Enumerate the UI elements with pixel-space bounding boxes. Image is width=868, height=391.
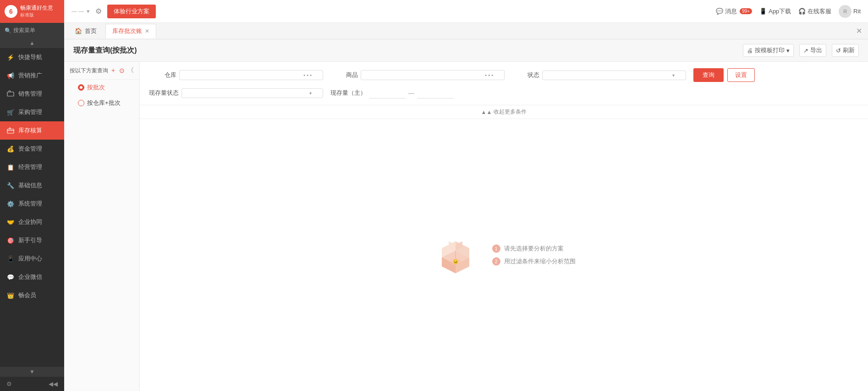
- filter-row-1: 仓库 • • • 商品 • • •: [149, 68, 859, 82]
- sidebar-item-label: 畅会员: [18, 291, 36, 299]
- filter-item-label: 按批次: [87, 83, 105, 92]
- add-filter-icon[interactable]: ＋: [110, 66, 116, 75]
- home-icon: 🏠: [75, 27, 82, 34]
- goods-label: 商品: [330, 71, 358, 79]
- sidebar-item-enterprise-wechat[interactable]: 💬 企业微信: [0, 268, 64, 286]
- print-template-btn[interactable]: 🖨 按模板打印 ▾: [743, 44, 794, 57]
- refresh-icon: ↺: [836, 47, 841, 54]
- messages-btn[interactable]: 💬 消息 99+: [716, 7, 752, 16]
- sidebar-item-app-center[interactable]: 📱 应用中心: [0, 250, 64, 268]
- tab-home[interactable]: 🏠 首页: [68, 24, 104, 38]
- filter-item-by-warehouse-batch[interactable]: 按仓库+批次: [64, 95, 139, 111]
- inventory-status-label: 现存量状态: [149, 89, 179, 97]
- page-close-btn[interactable]: ✕: [853, 26, 864, 37]
- finance-icon: 💰: [6, 145, 15, 153]
- inventory-icon: [6, 126, 15, 135]
- sidebar-scroll-down[interactable]: ▼: [0, 367, 64, 377]
- sidebar-item-members[interactable]: 👑 畅会员: [0, 286, 64, 304]
- action-btns: 查询 设置: [693, 68, 755, 82]
- sidebar-item-operations[interactable]: 📋 经营管理: [0, 158, 64, 176]
- sidebar-item-newbie[interactable]: 🎯 新手引导: [0, 231, 64, 250]
- quantity-from-input[interactable]: [369, 87, 406, 98]
- warehouse-input[interactable]: • • •: [179, 70, 323, 80]
- purchase-icon: 🛒: [6, 108, 15, 116]
- sidebar-footer: ⚙ ◀◀: [0, 377, 64, 391]
- members-icon: 👑: [6, 291, 15, 299]
- sidebar: 6 畅康通好生意 标准版 🔍 搜索菜单 ▲ ⚡ 快捷导航 📢 营销推广 销售管理…: [0, 0, 64, 391]
- goods-input[interactable]: • • •: [361, 70, 505, 80]
- empty-tips: 1 请先选择要分析的方案 2 用过滤条件来缩小分析范围: [492, 244, 576, 266]
- sidebar-item-enterprise[interactable]: 🤝 企业协同: [0, 213, 64, 231]
- settings-button[interactable]: 设置: [727, 68, 755, 82]
- app-logo: 6: [5, 5, 17, 18]
- sidebar-item-sales[interactable]: 销售管理: [0, 85, 64, 103]
- empty-svg: 😐: [433, 232, 478, 278]
- filter-panel-header: 按以下方案查询 ＋ ⊙ 《: [64, 62, 139, 80]
- sidebar-item-quick-nav[interactable]: ⚡ 快捷导航: [0, 48, 64, 66]
- filter-item-by-batch[interactable]: 按批次: [64, 80, 139, 95]
- sidebar-item-label: 系统管理: [18, 200, 42, 208]
- app-download-btn[interactable]: 📱 App下载: [759, 7, 791, 16]
- empty-state: 😐 1 请先选择要分析的方案 2 用过滤条件来缩: [140, 119, 868, 391]
- messages-label: 消息: [725, 7, 737, 16]
- collapse-panel-icon[interactable]: 《: [127, 66, 134, 75]
- filter-field-inventory-quantity: 现存量（主） —: [330, 87, 505, 98]
- collapse-label: 收起更多条件: [494, 108, 527, 116]
- export-btn[interactable]: ↗ 导出: [799, 44, 826, 57]
- user-menu[interactable]: R Rit: [839, 5, 861, 18]
- sidebar-item-label: 库存核算: [18, 126, 42, 135]
- query-button[interactable]: 查询: [693, 68, 724, 82]
- tip2-text: 用过滤条件来缩小分析范围: [504, 257, 576, 266]
- sidebar-nav: ⚡ 快捷导航 📢 营销推广 销售管理 🛒 采购管理 库存核算 💰 资金管理: [0, 48, 64, 367]
- gear-icon[interactable]: ⚙: [95, 7, 102, 16]
- industry-btn[interactable]: 体验行业方案: [107, 5, 156, 18]
- sidebar-item-label: 企业微信: [18, 273, 42, 281]
- sidebar-item-label: 资金管理: [18, 145, 42, 153]
- sidebar-item-label: 快捷导航: [18, 53, 42, 61]
- basic-icon: 🔧: [6, 181, 15, 190]
- status-select[interactable]: ▾: [542, 71, 686, 80]
- goods-dots-icon[interactable]: • • •: [485, 72, 493, 78]
- collapse-arrow-icon: ▲▲: [481, 109, 492, 115]
- system-icon: ⚙️: [6, 200, 15, 208]
- user-avatar: R: [839, 5, 852, 18]
- filter-settings-icon[interactable]: ⊙: [119, 67, 125, 74]
- sidebar-item-label: 基础信息: [18, 181, 42, 190]
- breadcrumb-text: — —: [71, 8, 84, 15]
- printer-icon: 🖨: [747, 47, 753, 54]
- message-icon: 💬: [716, 8, 723, 15]
- svg-rect-0: [7, 92, 14, 96]
- inventory-status-select[interactable]: ▾: [181, 88, 323, 98]
- search-icon: 🔍: [5, 27, 11, 34]
- sidebar-item-finance[interactable]: 💰 资金管理: [0, 140, 64, 158]
- app-name-block: 畅康通好生意 标准版: [20, 5, 53, 18]
- warehouse-dots-icon[interactable]: • • •: [303, 72, 312, 78]
- tab-batch-account[interactable]: 库存批次账 ✕: [105, 24, 156, 38]
- sidebar-item-marketing[interactable]: 📢 营销推广: [0, 66, 64, 85]
- sidebar-item-label: 采购管理: [18, 108, 42, 116]
- messages-badge: 99+: [740, 8, 752, 14]
- quantity-to-input[interactable]: [417, 87, 454, 98]
- sidebar-item-purchase[interactable]: 🛒 采购管理: [0, 103, 64, 121]
- collapse-sidebar-icon[interactable]: ◀◀: [49, 380, 58, 387]
- refresh-btn[interactable]: ↺ 刷新: [832, 44, 859, 57]
- collapse-more-btn[interactable]: ▲▲ 收起更多条件: [140, 105, 868, 119]
- inventory-status-chevron-icon: ▾: [309, 91, 312, 96]
- sidebar-scroll-up[interactable]: ▲: [0, 38, 64, 48]
- tab-label: 库存批次账: [112, 27, 142, 35]
- sidebar-item-system[interactable]: ⚙️ 系统管理: [0, 195, 64, 213]
- svg-text:😐: 😐: [453, 259, 459, 265]
- dropdown-icon[interactable]: ▾: [87, 8, 90, 15]
- filter-field-goods: 商品 • • •: [330, 70, 505, 80]
- online-service-btn[interactable]: 🎧 在线客服: [798, 7, 831, 16]
- sidebar-item-label: 应用中心: [18, 255, 42, 263]
- content-area: 现存量查询(按批次) 🖨 按模板打印 ▾ ↗ 导出 ↺ 刷新: [64, 39, 868, 391]
- marketing-icon: 📢: [6, 71, 15, 80]
- sidebar-search[interactable]: 🔍 搜索菜单: [0, 23, 64, 38]
- online-service-label: 在线客服: [808, 7, 831, 16]
- page-header-actions: 🖨 按模板打印 ▾ ↗ 导出 ↺ 刷新: [743, 44, 859, 57]
- settings-icon[interactable]: ⚙: [6, 380, 12, 387]
- sidebar-item-basic[interactable]: 🔧 基础信息: [0, 176, 64, 195]
- tab-close-icon[interactable]: ✕: [145, 28, 149, 34]
- sidebar-item-inventory[interactable]: 库存核算: [0, 121, 64, 140]
